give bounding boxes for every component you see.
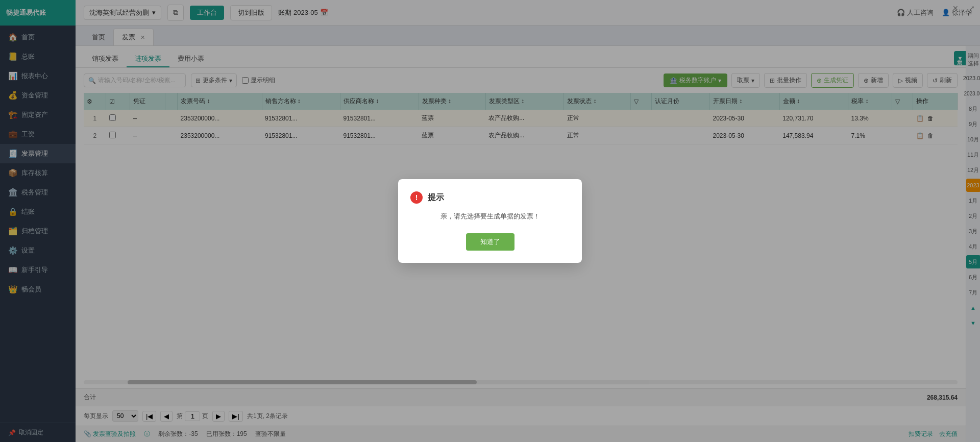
modal-overlay[interactable]: ! 提示 亲，请先选择要生成单据的发票！ 知道了	[0, 0, 980, 442]
modal-title: 提示	[428, 192, 444, 203]
warning-icon: !	[410, 191, 423, 204]
modal-header: ! 提示	[410, 191, 570, 204]
modal-body: 亲，请先选择要生成单据的发票！	[410, 212, 570, 221]
modal-confirm-button[interactable]: 知道了	[466, 233, 514, 251]
alert-modal: ! 提示 亲，请先选择要生成单据的发票！ 知道了	[398, 179, 582, 263]
modal-message: 亲，请先选择要生成单据的发票！	[440, 212, 540, 220]
modal-footer: 知道了	[410, 233, 570, 251]
